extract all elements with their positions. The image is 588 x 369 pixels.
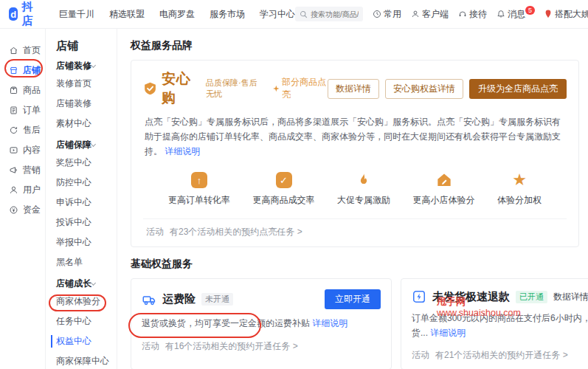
chevron-down-icon — [91, 141, 96, 146]
brand-light-status: 部分商品点亮 — [273, 76, 328, 101]
person-icon — [411, 10, 420, 18]
house-pencil-icon — [436, 172, 452, 188]
message-count-badge: 5 — [525, 6, 535, 15]
account-menu[interactable]: 搭配大姚杂货店 — [544, 8, 588, 21]
group-shop-protection[interactable]: 店铺保障 — [56, 139, 109, 151]
sidebar-item-content[interactable]: 内容 — [0, 140, 45, 160]
service-description: 退货或换货，均可享受一定金额的运费补贴 详细说明 — [142, 317, 381, 331]
card-freight-insurance: 运费险 未开通 立即开通 退货或换货，均可享受一定金额的运费补贴 详细说明 活动… — [131, 278, 392, 369]
sidebar-item-orders[interactable]: 订单 — [0, 100, 45, 120]
top-nav: 巨量千川 精选联盟 电商罗盘 服务市场 学习中心 — [59, 8, 295, 21]
activity-text: 有23个活动相关的预约点亮任务 > — [170, 226, 302, 238]
submenu-item-experience-score[interactable]: 商家体验分 — [56, 292, 117, 311]
topnav-xuexi-zhongxin[interactable]: 学习中心 — [260, 8, 295, 21]
card-preship-instant-refund: 未发货极速退款 已开通 数据详情 退出权益服务 订单金额300元以内的商品在支付… — [401, 278, 588, 369]
quick-messages[interactable]: 消息 5 — [497, 8, 535, 21]
data-detail-button[interactable]: 数据详情 — [328, 79, 379, 99]
anxingou-rights-detail-button[interactable]: 安心购权益详情 — [385, 79, 463, 99]
submenu-item-merchant-protection[interactable]: 商家保障中心 — [56, 351, 117, 369]
submenu-item-task-center[interactable]: 任务中心 — [56, 311, 117, 331]
logo-text: 抖店 — [21, 0, 37, 28]
headset-icon — [458, 10, 467, 18]
brand-activity-row[interactable]: 活动 有23个活动相关的预约点亮任务 > — [143, 218, 567, 246]
chevron-down-icon — [91, 62, 96, 67]
submenu-item-rights-center[interactable]: 权益中心 — [56, 331, 117, 351]
quick-common[interactable]: 常用 — [373, 8, 401, 21]
shop-submenu: 店铺 店铺装修 装修首页 店铺装修 素材中心 店铺保障 奖惩中心 防控中心 申诉… — [46, 29, 117, 369]
submenu-item-material-center[interactable]: 素材中心 — [56, 114, 117, 134]
app: d 抖店 巨量千川 精选联盟 电商罗盘 服务市场 学习中心 常用 客户端 — [0, 0, 588, 369]
service-activity-row[interactable]: 活动 有21个活动相关的预约开通任务 > — [412, 349, 588, 362]
sidebar-item-label: 店铺 — [23, 64, 41, 77]
group-shop-growth[interactable]: 店铺成长 — [56, 278, 109, 289]
anxingou-brand-card: 安心购 品质保障·售后无忧 部分商品点亮 数据详情 安心购权益详情 升级为全店商… — [131, 60, 579, 247]
topnav-juliang-qianchuan[interactable]: 巨量千川 — [59, 8, 94, 21]
topnav-jingxuan-lianmeng[interactable]: 精选联盟 — [109, 8, 145, 21]
service-description: 订单金额300元以内的商品在支付后6小时内，且订单为待发货... 详细说明 — [412, 311, 588, 339]
brand-section-title: 权益服务品牌 — [131, 39, 579, 52]
document-icon — [9, 106, 18, 115]
sidebar-item-home[interactable]: 首页 — [0, 41, 45, 61]
detail-link[interactable]: 详细说明 — [430, 328, 466, 338]
detail-link[interactable]: 详细说明 — [312, 318, 347, 328]
megaphone-icon — [9, 165, 18, 175]
video-icon — [9, 145, 18, 155]
benefit-shop-experience: 更高小店体验分 — [413, 172, 475, 207]
sparkle-icon — [273, 85, 280, 92]
submenu-item-decoration-home[interactable]: 装修首页 — [56, 74, 117, 94]
status-badge: 未开通 — [201, 293, 233, 306]
primary-sidebar: 首页 店铺 商品 订单 售后 内容 — [0, 29, 46, 369]
sidebar-item-label: 商品 — [23, 84, 41, 97]
topbar-right: 常用 客户端 接待 消息 5 搭配大姚杂货店 — [295, 7, 588, 21]
submenu-title: 店铺 — [56, 39, 117, 53]
global-search[interactable] — [295, 7, 363, 21]
group-shop-decoration[interactable]: 店铺装修 — [56, 61, 109, 72]
sidebar-item-users[interactable]: 用户 — [0, 180, 45, 200]
submenu-item-reward-punish[interactable]: 奖惩中心 — [56, 153, 117, 173]
bell-icon — [497, 10, 505, 18]
activity-tag: 活动 — [146, 226, 164, 238]
topnav-fuwu-shichang[interactable]: 服务市场 — [210, 8, 245, 21]
clock-icon — [373, 10, 381, 18]
quick-reception-label: 接待 — [469, 8, 487, 21]
sidebar-item-marketing[interactable]: 营销 — [0, 160, 45, 180]
submenu-item-complaint-center[interactable]: 投诉中心 — [56, 213, 117, 232]
submenu-item-appeal-center[interactable]: 申诉中心 — [56, 193, 117, 213]
shop-name: 搭配大姚杂货店 — [555, 8, 588, 21]
sidebar-item-shop[interactable]: 店铺 — [0, 61, 45, 80]
status-badge: 已开通 — [516, 291, 547, 303]
storefront-icon — [9, 66, 18, 75]
quick-reception[interactable]: 接待 — [458, 8, 487, 21]
chevron-down-icon — [91, 280, 96, 285]
anxingou-shield-icon — [143, 80, 157, 97]
quick-messages-label: 消息 — [508, 8, 525, 21]
douyin-store-logo[interactable]: d 抖店 — [9, 0, 37, 28]
flame-icon — [356, 172, 372, 188]
brand-description: 点亮「安心购」专属服务标识后，商品将多渠道展示「安心购」服务标识。点亮「安心购」… — [145, 115, 565, 159]
upgrade-all-products-button[interactable]: 升级为全店商品点亮 — [469, 79, 567, 99]
sidebar-item-label: 内容 — [23, 144, 41, 156]
topnav-dianshang-luopan[interactable]: 电商罗盘 — [159, 8, 195, 21]
pin-icon — [544, 10, 552, 18]
quick-common-label: 常用 — [384, 8, 401, 21]
sidebar-item-funds[interactable]: 资金 — [0, 200, 45, 220]
submenu-item-risk-control[interactable]: 防控中心 — [56, 173, 117, 193]
data-detail-link[interactable]: 数据详情 — [553, 291, 588, 303]
submenu-item-report-center[interactable]: 举报中心 — [56, 232, 117, 252]
brand-slogan: 品质保障·售后无忧 — [206, 77, 264, 100]
submenu-item-shop-decoration[interactable]: 店铺装修 — [56, 94, 117, 114]
quick-client[interactable]: 客户端 — [411, 8, 449, 21]
order-up-icon: ↑ — [191, 172, 207, 188]
sidebar-item-aftersale[interactable]: 售后 — [0, 120, 45, 140]
search-input[interactable] — [311, 10, 359, 18]
benefit-score-weight: ★ 体验分加权 — [497, 172, 542, 207]
brand-detail-link[interactable]: 详细说明 — [165, 146, 200, 156]
benefit-promo-incentive: 大促专属激励 — [337, 172, 390, 207]
service-activity-row[interactable]: 活动 有16个活动相关的预约开通任务 > — [142, 340, 381, 353]
service-name: 未发货极速退款 — [432, 290, 510, 304]
submenu-item-blacklist[interactable]: 黑名单 — [56, 252, 117, 272]
open-now-button[interactable]: 立即开通 — [325, 289, 381, 309]
truck-icon — [142, 292, 156, 307]
topbar: d 抖店 巨量千川 精选联盟 电商罗盘 服务市场 学习中心 常用 客户端 — [0, 0, 588, 29]
sidebar-item-goods[interactable]: 商品 — [0, 80, 45, 100]
